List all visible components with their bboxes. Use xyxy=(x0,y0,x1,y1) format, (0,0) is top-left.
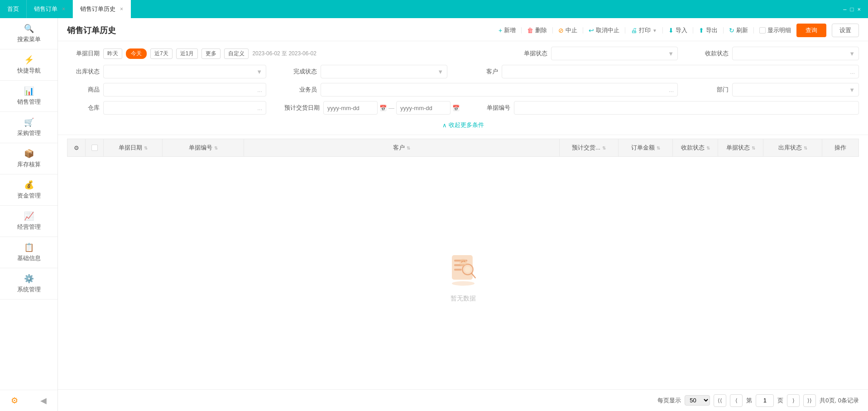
sidebar-item-purchase[interactable]: 🛒 采购管理 xyxy=(0,112,58,143)
import-button[interactable]: ⬇ 导入 xyxy=(668,26,687,34)
th-out-status[interactable]: 出库状态 ⇅ xyxy=(763,139,822,156)
sidebar-item-search[interactable]: 🔍 搜索菜单 xyxy=(0,18,58,49)
operation-icon: 📈 xyxy=(24,211,34,221)
date-quick-1month[interactable]: 近1月 xyxy=(176,48,198,59)
check-all-checkbox[interactable] xyxy=(91,145,98,151)
th-delivery[interactable]: 预计交货... ⇅ xyxy=(560,139,619,156)
salesman-ellipsis[interactable]: ... xyxy=(669,87,674,93)
sidebar-item-system[interactable]: ⚙️ 系统管理 xyxy=(0,268,58,300)
sort-date-icon: ⇅ xyxy=(144,145,148,150)
window-maximize[interactable]: □ xyxy=(850,6,854,13)
window-minimize[interactable]: – xyxy=(843,6,846,13)
sort-amount-icon: ⇅ xyxy=(657,145,660,150)
tab-sales-order-history[interactable]: 销售订单历史 × xyxy=(73,0,131,18)
th-date[interactable]: 单据日期 ⇅ xyxy=(104,139,163,156)
print-button[interactable]: 🖨 打印 ▼ xyxy=(631,26,657,34)
sidebar-item-basic-info[interactable]: 📋 基础信息 xyxy=(0,237,58,268)
last-page-button[interactable]: ⟩⟩ xyxy=(803,394,816,407)
page-label-end: 页 xyxy=(777,396,783,405)
refresh-button[interactable]: ↻ 刷新 xyxy=(729,26,748,34)
pay-status-label: 收款状态 xyxy=(696,49,732,58)
out-status-select[interactable]: ▼ xyxy=(103,65,266,78)
settings-button[interactable]: 设置 xyxy=(832,24,859,37)
divider-6 xyxy=(693,27,693,34)
salesman-input[interactable]: ... xyxy=(321,83,678,97)
warehouse-ellipsis[interactable]: ... xyxy=(257,105,262,111)
th-amount[interactable]: 订单金额 ⇅ xyxy=(619,139,673,156)
next-page-button[interactable]: ⟩ xyxy=(787,394,800,407)
th-gear[interactable]: ⚙ xyxy=(67,139,86,156)
page-size-label: 每页显示 xyxy=(657,396,681,405)
pay-status-select[interactable]: ▼ xyxy=(732,47,859,60)
window-close[interactable]: × xyxy=(857,6,861,13)
sidebar-item-finance[interactable]: 💰 资金管理 xyxy=(0,174,58,206)
tab-sales-order-close[interactable]: × xyxy=(62,6,65,12)
delivery-date-from[interactable] xyxy=(323,101,378,115)
th-customer-label: 客户 xyxy=(393,144,405,152)
cancel-stop-button[interactable]: ↩ 取消中止 xyxy=(589,26,619,34)
empty-illustration xyxy=(441,244,486,289)
date-quick-more[interactable]: 更多 xyxy=(201,48,221,59)
delete-button[interactable]: 🗑 删除 xyxy=(527,26,547,34)
first-page-button[interactable]: ⟨⟨ xyxy=(714,394,726,407)
th-docno[interactable]: 单据编号 ⇅ xyxy=(163,139,244,156)
content-area: 销售订单历史 + 新增 🗑 删除 ⊘ 中止 ↩ xyxy=(58,18,868,411)
goods-ellipsis[interactable]: ... xyxy=(257,87,262,93)
cal-icon-to[interactable]: 📅 xyxy=(452,105,460,111)
prev-page-button[interactable]: ⟨ xyxy=(730,394,743,407)
delivery-date-to[interactable] xyxy=(396,101,451,115)
date-quick-yesterday[interactable]: 昨天 xyxy=(103,48,122,59)
th-check[interactable] xyxy=(86,139,104,156)
sidebar-item-sales[interactable]: 📊 销售管理 xyxy=(0,81,58,112)
th-customer[interactable]: 客户 ⇅ xyxy=(244,139,560,156)
sidebar-settings-icon[interactable]: ⚙ xyxy=(11,396,18,406)
doc-status-select[interactable]: ▼ xyxy=(551,47,678,60)
tab-sales-order[interactable]: 销售订单 × xyxy=(27,0,73,18)
date-quick-7days[interactable]: 近7天 xyxy=(150,48,173,59)
page-label: 第 xyxy=(746,396,752,405)
dept-select[interactable]: ▼ xyxy=(732,83,859,97)
warehouse-label: 仓库 xyxy=(67,104,103,112)
display-detail-check[interactable]: 显示明细 xyxy=(759,26,791,34)
sidebar-collapse-icon[interactable]: ◀ xyxy=(40,396,47,406)
print-label: 打印 xyxy=(639,26,651,34)
sidebar-item-inventory-label: 库存核算 xyxy=(17,160,41,169)
customer-ellipsis[interactable]: ... xyxy=(850,68,855,75)
sidebar-item-inventory[interactable]: 📦 库存核算 xyxy=(0,143,58,174)
page-number-input[interactable] xyxy=(756,394,774,407)
customer-input[interactable]: ... xyxy=(502,65,859,78)
th-doc-status[interactable]: 单据状态 ⇅ xyxy=(718,139,763,156)
divider-5 xyxy=(662,27,663,34)
th-pay-status-label: 收款状态 xyxy=(681,144,705,152)
th-pay-status[interactable]: 收款状态 ⇅ xyxy=(673,139,718,156)
sidebar-item-quicknav-label: 快捷导航 xyxy=(17,67,41,75)
cal-icon-from[interactable]: 📅 xyxy=(379,105,387,111)
collapse-filter-row[interactable]: ∧ 收起更多条件 xyxy=(67,119,859,129)
warehouse-input[interactable]: ... xyxy=(103,101,266,115)
sidebar-item-sales-label: 销售管理 xyxy=(17,98,41,106)
tab-sales-order-label: 销售订单 xyxy=(34,5,58,13)
sidebar-item-operation[interactable]: 📈 经营管理 xyxy=(0,206,58,237)
display-detail-checkbox[interactable] xyxy=(759,27,766,34)
query-button[interactable]: 查询 xyxy=(796,24,826,37)
export-button[interactable]: ⬆ 导出 xyxy=(699,26,718,34)
complete-status-select[interactable]: ▼ xyxy=(321,65,447,78)
search-icon: 🔍 xyxy=(24,24,34,34)
doc-no-input[interactable] xyxy=(514,101,859,115)
delivery-date-range: 📅 — 📅 xyxy=(323,101,460,115)
sidebar-item-quicknav[interactable]: ⚡ 快捷导航 xyxy=(0,49,58,81)
basic-info-icon: 📋 xyxy=(24,242,34,252)
cancel-stop-label: 取消中止 xyxy=(596,26,619,34)
date-quick-custom[interactable]: 自定义 xyxy=(224,48,249,59)
tab-sales-order-history-label: 销售订单历史 xyxy=(80,5,115,13)
filter-row-warehouse: 仓库 ... 预计交货日期 📅 — 📅 单据编号 xyxy=(67,101,859,115)
tab-sales-order-history-close[interactable]: × xyxy=(120,6,123,12)
stop-label: 中止 xyxy=(566,26,577,34)
goods-input[interactable]: ... xyxy=(103,83,266,97)
tab-home[interactable]: 首页 xyxy=(0,0,27,18)
date-quick-today[interactable]: 今天 xyxy=(126,48,147,59)
page-size-select[interactable]: 50 20 100 xyxy=(685,395,710,406)
new-button[interactable]: + 新增 xyxy=(499,26,516,34)
stop-button[interactable]: ⊘ 中止 xyxy=(558,26,577,34)
sidebar-bottom: ⚙ ◀ xyxy=(0,390,58,411)
